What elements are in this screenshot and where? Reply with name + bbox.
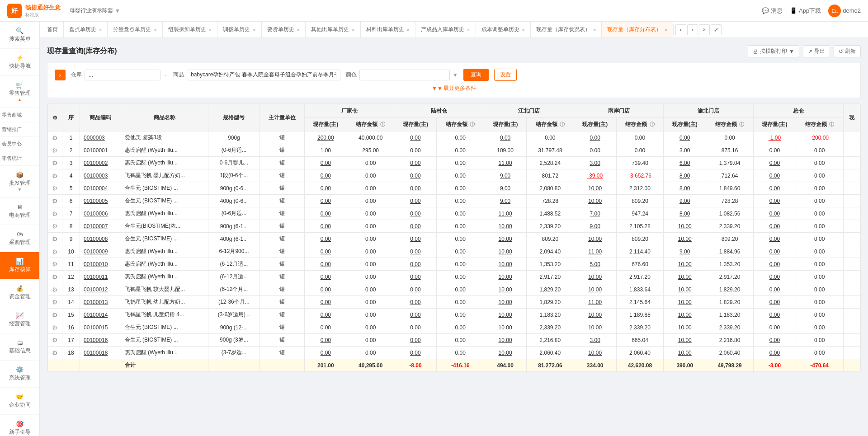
tab-close-all-btn[interactable]: × <box>699 24 710 35</box>
tab-material-out[interactable]: 材料出库单历史 × <box>361 22 415 38</box>
sidebar-item-finance[interactable]: 💰 资金管理 <box>0 279 39 306</box>
tab-close-icon[interactable]: × <box>467 27 470 33</box>
export-btn[interactable]: ↗ 导出 <box>803 45 830 57</box>
row-nanan-cur[interactable]: 11.00 <box>574 245 616 258</box>
tab-close-icon[interactable]: × <box>209 27 212 33</box>
row-jiangbei-cur[interactable]: 10.00 <box>484 334 527 347</box>
row-changjia-cur[interactable]: 0.00 <box>304 258 347 271</box>
row-yubei-cur[interactable]: 8.00 <box>664 169 706 182</box>
sidebar-item-ops[interactable]: 📈 经营管理 <box>0 306 39 333</box>
tab-inventory-count[interactable]: 盘点单历史 × <box>64 22 108 38</box>
row-yubei-cur[interactable]: 0.00 <box>664 131 706 144</box>
row-gear[interactable]: ⚙ <box>48 309 62 321</box>
row-jiangbei-cur[interactable]: 10.00 <box>484 271 527 283</box>
row-nanan-cur[interactable]: 5.00 <box>574 258 616 271</box>
row-code[interactable]: 00100001 <box>80 144 121 157</box>
row-yubei-cur[interactable]: 10.00 <box>664 321 706 334</box>
row-lucun-cur[interactable]: 0.00 <box>394 283 437 296</box>
row-yubei-cur[interactable]: 10.00 <box>664 233 706 245</box>
row-yubei-cur[interactable]: 9.00 <box>664 195 706 207</box>
row-gear[interactable]: ⚙ <box>48 334 62 347</box>
row-lucun-cur[interactable]: 0.00 <box>394 220 437 233</box>
tab-close-icon[interactable]: × <box>253 27 255 33</box>
tab-product-in[interactable]: 产成品入库单历史 × <box>415 22 476 38</box>
row-gear[interactable]: ⚙ <box>48 321 62 334</box>
row-jiangbei-cur[interactable]: 0.00 <box>484 131 527 144</box>
row-changjia-cur[interactable]: 200.00 <box>304 131 347 144</box>
row-yubei-cur[interactable]: 10.00 <box>664 258 706 271</box>
tab-close-icon[interactable]: × <box>352 27 354 33</box>
tab-close-icon[interactable]: × <box>522 27 525 33</box>
sidebar-item-search[interactable]: 🔍 搜索英单 <box>0 22 39 49</box>
tab-stock-status[interactable]: 现存量（库存状况表） × <box>531 22 602 38</box>
filter-toggle-btn[interactable]: › <box>55 70 66 80</box>
row-nanan-cur[interactable]: 10.00 <box>574 182 616 195</box>
row-gear[interactable]: ⚙ <box>48 296 62 309</box>
row-nanan-cur[interactable]: -39.00 <box>574 169 616 182</box>
row-code[interactable]: 00100004 <box>80 182 121 195</box>
search-btn[interactable]: 查询 <box>463 69 489 81</box>
row-yubei-cur[interactable]: 3.00 <box>664 144 706 157</box>
row-changjia-cur[interactable]: 0.00 <box>304 271 347 283</box>
row-nanan-cur[interactable]: 10.00 <box>574 195 616 207</box>
row-code[interactable]: 00100005 <box>80 195 121 207</box>
print-btn[interactable]: 🖨 按模版打印 ▼ <box>748 45 799 57</box>
tab-close-icon[interactable]: × <box>154 27 156 33</box>
row-total-cur[interactable]: 0.00 <box>753 309 796 321</box>
row-changjia-cur[interactable]: 0.00 <box>304 334 347 347</box>
row-total-cur[interactable]: 0.00 <box>753 220 796 233</box>
row-code[interactable]: 00100015 <box>80 321 121 334</box>
row-total-cur[interactable]: 0.00 <box>753 271 796 283</box>
row-lucun-cur[interactable]: 0.00 <box>394 334 437 347</box>
row-jiangbei-cur[interactable]: 10.00 <box>484 258 527 271</box>
row-nanan-cur[interactable]: 3.00 <box>574 334 616 347</box>
row-yubei-cur[interactable]: 10.00 <box>664 296 706 309</box>
row-total-cur[interactable]: 0.00 <box>753 334 796 347</box>
row-total-cur[interactable]: 0.00 <box>753 321 796 334</box>
row-total-cur[interactable]: 0.00 <box>753 169 796 182</box>
tab-close-icon[interactable]: × <box>593 27 596 33</box>
row-lucun-cur[interactable]: 0.00 <box>394 296 437 309</box>
tab-close-icon[interactable]: × <box>99 27 102 33</box>
row-jiangbei-cur[interactable]: 10.00 <box>484 245 527 258</box>
row-lucun-cur[interactable]: 0.00 <box>394 271 437 283</box>
row-gear[interactable]: ⚙ <box>48 169 62 182</box>
row-changjia-cur[interactable]: 0.00 <box>304 157 347 169</box>
row-yubei-cur[interactable]: 10.00 <box>664 271 706 283</box>
row-yubei-cur[interactable]: 10.00 <box>664 334 706 347</box>
row-lucun-cur[interactable]: 0.00 <box>394 157 437 169</box>
row-nanan-cur[interactable]: 3.00 <box>574 157 616 169</box>
tab-prev-btn[interactable]: ‹ <box>675 24 686 35</box>
row-code[interactable]: 00100012 <box>80 283 121 296</box>
sidebar-item-inventory[interactable]: 📊 库存核算 <box>0 252 39 279</box>
row-total-cur[interactable]: 0.00 <box>753 283 796 296</box>
row-changjia-cur[interactable]: 0.00 <box>304 309 347 321</box>
tab-branch-count[interactable]: 分量盘点单历史 × <box>108 22 162 38</box>
tab-next-btn[interactable]: › <box>687 24 698 35</box>
row-jiangbei-cur[interactable]: 109.00 <box>484 144 527 157</box>
tab-close-icon[interactable]: × <box>297 27 300 33</box>
row-jiangbei-cur[interactable]: 10.00 <box>484 296 527 309</box>
color-input[interactable] <box>359 70 450 80</box>
row-jiangbei-cur[interactable]: 10.00 <box>484 347 527 359</box>
tab-home[interactable]: 首页 <box>42 22 64 38</box>
row-total-cur[interactable]: 0.00 <box>753 195 796 207</box>
row-code[interactable]: 00100018 <box>80 347 121 359</box>
yubei-info-icon[interactable]: ⓘ <box>739 122 744 127</box>
sidebar-item-wholesale[interactable]: 📦 批发管理 ▼ <box>0 166 39 198</box>
row-yubei-cur[interactable]: 10.00 <box>664 220 706 233</box>
row-changjia-cur[interactable]: 0.00 <box>304 347 347 359</box>
row-nanan-cur[interactable]: 10.00 <box>574 321 616 334</box>
row-gear[interactable]: ⚙ <box>48 157 62 169</box>
warehouse-input[interactable] <box>85 70 160 80</box>
row-changjia-cur[interactable]: 1.00 <box>304 144 347 157</box>
row-total-cur[interactable]: 0.00 <box>753 245 796 258</box>
row-nanan-cur[interactable]: 9.00 <box>574 220 616 233</box>
row-nanan-cur[interactable]: 0.00 <box>574 131 616 144</box>
row-nanan-cur[interactable]: 10.00 <box>574 271 616 283</box>
row-total-cur[interactable]: 0.00 <box>753 233 796 245</box>
tab-purchase-order[interactable]: 要货单历史 × <box>262 22 306 38</box>
row-gear[interactable]: ⚙ <box>48 347 62 359</box>
sidebar-sub-marketing[interactable]: 营销推广 <box>0 122 39 137</box>
row-jiangbei-cur[interactable]: 10.00 <box>484 283 527 296</box>
